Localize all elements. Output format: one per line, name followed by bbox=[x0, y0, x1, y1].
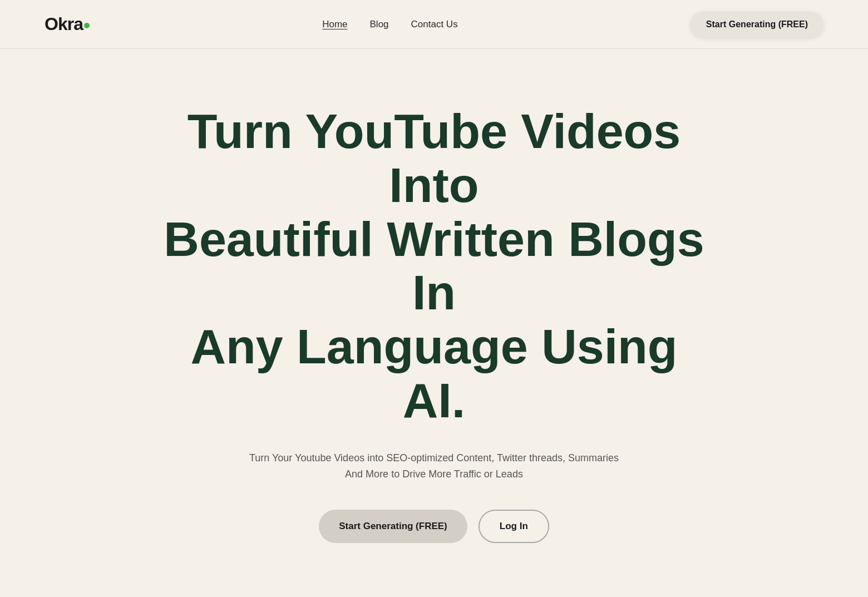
logo-dot bbox=[84, 23, 90, 28]
logo[interactable]: Okra bbox=[45, 14, 90, 34]
hero-subtitle: Turn Your Youtube Videos into SEO-optimi… bbox=[111, 450, 757, 482]
nav-link-contact[interactable]: Contact Us bbox=[411, 19, 458, 29]
logo-text: Okra bbox=[45, 14, 90, 34]
nav-item-contact[interactable]: Contact Us bbox=[411, 19, 458, 30]
navbar: Okra Home Blog Contact Us Start Generati… bbox=[0, 0, 868, 49]
hero-cta-secondary[interactable]: Log In bbox=[479, 510, 549, 543]
nav-link-blog[interactable]: Blog bbox=[370, 19, 389, 29]
nav-links: Home Blog Contact Us bbox=[322, 19, 457, 30]
nav-link-home[interactable]: Home bbox=[322, 19, 347, 29]
nav-item-home[interactable]: Home bbox=[322, 19, 347, 30]
hero-section: Turn YouTube Videos Into Beautiful Writt… bbox=[0, 49, 868, 597]
hero-cta-primary[interactable]: Start Generating (FREE) bbox=[319, 510, 467, 543]
hero-buttons: Start Generating (FREE) Log In bbox=[111, 510, 757, 543]
nav-cta-button[interactable]: Start Generating (FREE) bbox=[691, 12, 823, 37]
nav-item-blog[interactable]: Blog bbox=[370, 19, 389, 30]
hero-heading: Turn YouTube Videos Into Beautiful Writt… bbox=[156, 105, 712, 428]
